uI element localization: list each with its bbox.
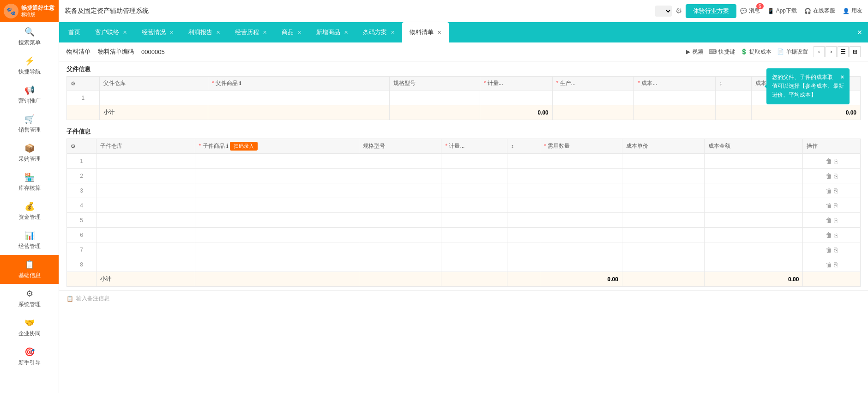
nav-tab-2[interactable]: 经营情况✕ [134, 22, 181, 42]
nav-tab-7[interactable]: 条码方案✕ [356, 22, 402, 42]
sidebar-item-3[interactable]: 🛒 销售管理 [0, 109, 59, 139]
sidebar-item-2[interactable]: 📢 营销推广 [0, 80, 59, 109]
app-download-item[interactable]: 📱 App下载 [767, 7, 797, 15]
child-qty-6[interactable] [540, 228, 622, 242]
child-amount-7[interactable] [704, 242, 803, 257]
child-spec-2[interactable] [359, 169, 441, 183]
nav-tab-close-3[interactable]: ✕ [216, 30, 220, 36]
settings-icon[interactable]: ⚙ [675, 6, 682, 15]
settings-button[interactable]: 📄 单据设置 [777, 48, 808, 56]
child-spec-1[interactable] [359, 154, 441, 169]
child-copy-btn-3[interactable]: ⎘ [834, 187, 838, 194]
child-warehouse-8[interactable] [96, 257, 195, 272]
sidebar-item-1[interactable]: ⚡ 快捷导航 [0, 51, 59, 80]
child-product-2[interactable] [195, 169, 359, 183]
trial-button[interactable]: 体验行业方案 [686, 4, 736, 18]
child-copy-btn-6[interactable]: ⎘ [834, 231, 838, 239]
child-product-7[interactable] [195, 242, 359, 257]
child-product-4[interactable] [195, 198, 359, 213]
nav-tab-4[interactable]: 经营历程✕ [228, 22, 274, 42]
parent-cost-1[interactable] [634, 91, 716, 105]
sidebar-item-0[interactable]: 🔍 搜索菜单 [0, 22, 59, 51]
nav-tab-8[interactable]: 物料清单✕ [402, 22, 449, 42]
scan-input-button[interactable]: 扫码录入 [230, 142, 258, 151]
child-spec-4[interactable] [359, 198, 441, 213]
nav-prev-button[interactable]: ‹ [814, 46, 825, 57]
nav-next-button[interactable]: › [826, 46, 837, 57]
child-qty-7[interactable] [540, 242, 622, 257]
sidebar-item-9[interactable]: ⚙ 系统管理 [0, 284, 59, 313]
parent-production-1[interactable] [552, 91, 634, 105]
child-delete-btn-1[interactable]: 🗑 [826, 157, 832, 165]
parent-unit-1[interactable] [480, 91, 552, 105]
child-warehouse-2[interactable] [96, 169, 195, 183]
child-amount-3[interactable] [704, 183, 803, 198]
child-unit-cost-6[interactable] [622, 228, 704, 242]
child-unit-4[interactable] [441, 198, 507, 213]
nav-tab-0[interactable]: 首页 [61, 22, 88, 42]
child-copy-btn-5[interactable]: ⎘ [834, 217, 838, 224]
child-amount-6[interactable] [704, 228, 803, 242]
sidebar-item-8[interactable]: 📋 基础信息 [0, 255, 59, 284]
child-unit-cost-5[interactable] [622, 213, 704, 228]
child-qty-2[interactable] [540, 169, 622, 183]
child-spec-8[interactable] [359, 257, 441, 272]
child-amount-1[interactable] [704, 154, 803, 169]
nav-tab-1[interactable]: 客户联络✕ [88, 22, 134, 42]
nav-tab-close-2[interactable]: ✕ [169, 30, 174, 36]
nav-tab-close-4[interactable]: ✕ [263, 30, 267, 36]
child-unit-cost-2[interactable] [622, 169, 704, 183]
child-unit-cost-1[interactable] [622, 154, 704, 169]
nav-tab-close-8[interactable]: ✕ [437, 30, 441, 36]
child-warehouse-7[interactable] [96, 242, 195, 257]
child-unit-1[interactable] [441, 154, 507, 169]
child-unit-7[interactable] [441, 242, 507, 257]
child-delete-btn-6[interactable]: 🗑 [826, 231, 832, 239]
parent-th-settings[interactable]: ⚙ [67, 77, 100, 91]
message-icon-item[interactable]: 💬 消息 6 [740, 7, 760, 15]
child-qty-8[interactable] [540, 257, 622, 272]
sidebar-item-4[interactable]: 📦 采购管理 [0, 139, 59, 168]
nav-menu-button[interactable]: ☰ [838, 46, 849, 57]
nav-expand-button[interactable]: ⊞ [850, 46, 861, 57]
parent-product-1[interactable] [208, 91, 389, 105]
child-unit-cost-4[interactable] [622, 198, 704, 213]
child-copy-btn-7[interactable]: ⎘ [834, 246, 838, 254]
system-dropdown[interactable] [655, 6, 672, 17]
parent-spec-1[interactable] [389, 91, 480, 105]
child-product-3[interactable] [195, 183, 359, 198]
child-delete-btn-5[interactable]: 🗑 [826, 217, 832, 224]
child-unit-5[interactable] [441, 213, 507, 228]
sidebar-item-11[interactable]: 🎯 新手引导 [0, 342, 59, 371]
child-amount-5[interactable] [704, 213, 803, 228]
child-spec-5[interactable] [359, 213, 441, 228]
child-product-8[interactable] [195, 257, 359, 272]
child-unit-2[interactable] [441, 169, 507, 183]
child-unit-cost-7[interactable] [622, 242, 704, 257]
close-all-tabs-button[interactable]: ✕ [853, 29, 866, 36]
note-hint-text[interactable]: 输入备注信息 [76, 295, 109, 302]
child-qty-1[interactable] [540, 154, 622, 169]
user-item[interactable]: 👤 用友 [843, 7, 862, 15]
breadcrumb-main[interactable]: 物料清单 [66, 48, 90, 56]
child-warehouse-1[interactable] [96, 154, 195, 169]
child-spec-7[interactable] [359, 242, 441, 257]
child-product-5[interactable] [195, 213, 359, 228]
child-product-6[interactable] [195, 228, 359, 242]
child-unit-6[interactable] [441, 228, 507, 242]
online-service-item[interactable]: 🎧 在线客服 [804, 7, 835, 15]
child-spec-3[interactable] [359, 183, 441, 198]
child-warehouse-4[interactable] [96, 198, 195, 213]
child-amount-8[interactable] [704, 257, 803, 272]
child-amount-4[interactable] [704, 198, 803, 213]
sidebar-item-6[interactable]: 💰 资金管理 [0, 197, 59, 226]
tooltip-close-button[interactable]: × [841, 73, 844, 82]
sidebar-item-7[interactable]: 📊 经营管理 [0, 226, 59, 255]
child-copy-btn-8[interactable]: ⎘ [834, 261, 838, 268]
child-warehouse-3[interactable] [96, 183, 195, 198]
child-copy-btn-4[interactable]: ⎘ [834, 202, 838, 209]
child-warehouse-5[interactable] [96, 213, 195, 228]
nav-tab-close-1[interactable]: ✕ [123, 30, 127, 36]
sidebar-item-10[interactable]: 🤝 企业协同 [0, 313, 59, 342]
child-copy-btn-2[interactable]: ⎘ [834, 172, 838, 180]
